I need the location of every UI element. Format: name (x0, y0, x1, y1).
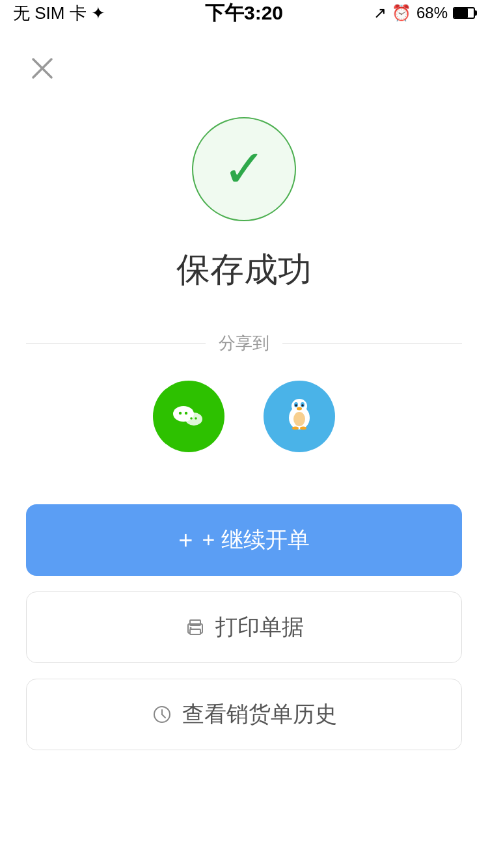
history-icon (151, 703, 173, 726)
battery-icon (453, 7, 475, 19)
share-divider: 分享到 (26, 332, 462, 355)
svg-point-21 (190, 627, 192, 629)
svg-point-7 (195, 417, 197, 420)
print-icon (184, 616, 206, 638)
success-circle: ✓ (192, 117, 296, 221)
plus-icon: + (178, 528, 193, 552)
qq-icon (278, 396, 320, 437)
divider-line-left (26, 343, 206, 344)
continue-label: + 继续开单 (202, 525, 309, 555)
svg-point-16 (292, 427, 299, 430)
location-icon: ↗ (373, 4, 386, 22)
svg-point-11 (295, 404, 297, 407)
print-button[interactable]: 打印单据 (26, 591, 462, 663)
history-button[interactable]: 查看销货单历史 (26, 679, 462, 750)
status-time: 下午3:20 (205, 0, 283, 27)
svg-point-4 (179, 412, 182, 414)
continue-button[interactable]: + + 继续开单 (26, 504, 462, 576)
svg-point-5 (185, 412, 187, 414)
divider-line-right (282, 343, 462, 344)
battery-text: 68% (416, 4, 448, 22)
print-label: 打印单据 (215, 612, 304, 642)
share-divider-text: 分享到 (206, 332, 282, 355)
close-button[interactable] (20, 46, 65, 91)
wechat-icon (168, 396, 210, 437)
sim-signal-text: 无 SIM 卡 ✦ (13, 2, 105, 25)
status-right: ↗ ⏰ 68% (373, 4, 475, 22)
share-row (153, 381, 335, 452)
status-bar: 无 SIM 卡 ✦ 下午3:20 ↗ ⏰ 68% (0, 0, 488, 26)
alarm-icon: ⏰ (392, 4, 411, 22)
svg-point-17 (300, 427, 306, 430)
svg-point-3 (185, 413, 202, 426)
svg-rect-20 (190, 629, 200, 634)
checkmark-icon: ✓ (223, 143, 266, 195)
main-content: ✓ 保存成功 分享到 (0, 91, 488, 868)
status-left: 无 SIM 卡 ✦ (13, 2, 105, 25)
svg-point-9 (291, 399, 307, 413)
svg-point-13 (301, 404, 304, 407)
svg-point-15 (293, 412, 305, 426)
share-qq-button[interactable] (264, 381, 335, 452)
svg-point-14 (297, 407, 302, 411)
share-wechat-button[interactable] (153, 381, 224, 452)
success-title: 保存成功 (176, 247, 312, 293)
svg-point-6 (190, 417, 193, 420)
svg-line-24 (162, 714, 165, 718)
actions-section: + + 继续开单 打印单据 查看销货单历史 (26, 504, 462, 750)
history-label: 查看销货单历史 (182, 699, 337, 729)
